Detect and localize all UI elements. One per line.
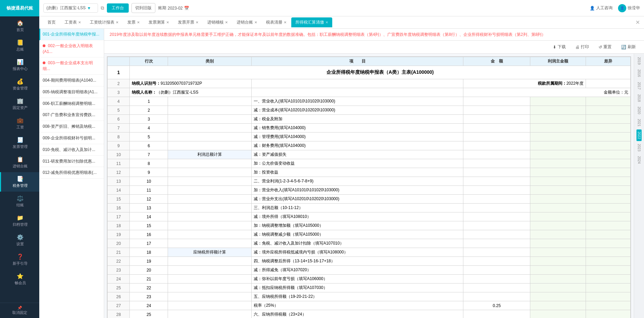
diff-cell[interactable] xyxy=(586,239,631,248)
tab-purchase-ledger-close[interactable]: ✕ xyxy=(254,20,257,24)
amount-cell[interactable] xyxy=(463,239,530,248)
workbench-button[interactable]: 工作台 xyxy=(107,3,129,13)
period-selector[interactable]: 账期 2023-02 📅 xyxy=(158,5,189,11)
item-cell[interactable]: 减：营业外支出(填写A102010\102020\103000) xyxy=(251,195,463,204)
item-cell[interactable]: 减：税金及附加 xyxy=(251,115,463,124)
copy-icon[interactable]: ⧉ xyxy=(101,5,104,11)
item-cell[interactable]: 减：财务费用(填写A104000) xyxy=(251,141,463,150)
year-2023[interactable]: 2023 xyxy=(636,142,642,153)
amount-cell[interactable] xyxy=(463,141,530,150)
item-cell[interactable]: 减：营业成本(填写A102010\102020\103000) xyxy=(251,106,463,115)
diff-cell[interactable] xyxy=(586,212,631,221)
diff-cell[interactable] xyxy=(586,97,631,106)
profit-cell[interactable] xyxy=(530,186,586,195)
profit-cell[interactable] xyxy=(530,284,586,292)
item-cell[interactable]: 减：境外所得（填写A108010） xyxy=(251,212,463,221)
amount-cell[interactable] xyxy=(463,115,530,124)
left-item-006[interactable]: 006-职工薪酬纳税调整明细... xyxy=(39,98,104,110)
item-cell[interactable]: 减：弥补以前年度亏损（填写A106000） xyxy=(251,275,463,284)
year-2020[interactable]: 2020 xyxy=(636,105,642,116)
diff-cell[interactable] xyxy=(586,150,631,159)
amount-cell[interactable] xyxy=(463,186,530,195)
sidebar-item-assets[interactable]: 🏢 固定资产 xyxy=(0,94,39,114)
amount-cell[interactable] xyxy=(463,230,530,239)
left-item-012[interactable]: 012-减免所得税优惠明细表(... xyxy=(39,167,104,179)
diff-cell[interactable] xyxy=(586,177,631,186)
left-item-002[interactable]: 002-一般企业收入明细表(A1... xyxy=(39,40,104,58)
amount-cell[interactable] xyxy=(463,212,530,221)
diff-cell[interactable] xyxy=(586,115,631,124)
diff-cell[interactable] xyxy=(586,248,631,257)
diff-cell[interactable] xyxy=(586,124,631,133)
tab-tax-list[interactable]: 税表清册 ✕ xyxy=(262,17,291,27)
amount-cell[interactable] xyxy=(463,195,530,204)
amount-cell[interactable] xyxy=(463,310,530,318)
diff-cell[interactable] xyxy=(586,230,631,239)
item-cell[interactable]: 减：纳税调整减少额（填写A105000） xyxy=(251,230,463,239)
item-cell[interactable]: 三、利润总额（10-11-12） xyxy=(251,204,463,212)
amount-cell[interactable] xyxy=(463,204,530,212)
profit-cell[interactable] xyxy=(530,124,586,133)
diff-cell[interactable] xyxy=(586,186,631,195)
tab-income-tax-close[interactable]: ✕ xyxy=(325,20,328,24)
amount-cell[interactable]: 0.25 xyxy=(463,301,530,310)
item-cell[interactable]: 六、应纳所得税额（23×24） xyxy=(251,310,463,318)
left-item-005[interactable]: 005-纳税调整项目明细表(A1... xyxy=(39,86,104,98)
year-2024[interactable]: 2024 xyxy=(636,154,642,166)
amount-cell[interactable] xyxy=(463,284,530,292)
item-cell[interactable]: 减：所得减免（填写A107020） xyxy=(251,266,463,275)
year-2021[interactable]: 2021 xyxy=(636,117,642,128)
diff-cell[interactable] xyxy=(586,159,631,168)
year-2016[interactable]: 2016 xyxy=(636,67,642,79)
tab-invoice-calc-close[interactable]: ✕ xyxy=(166,20,169,24)
diff-cell[interactable] xyxy=(586,275,631,284)
download-button[interactable]: ⬇ 下载 xyxy=(550,43,569,51)
tab-payroll-stats-close[interactable]: ✕ xyxy=(116,20,118,24)
profit-cell[interactable] xyxy=(530,115,586,124)
profit-cell[interactable] xyxy=(530,168,586,177)
left-item-010[interactable]: 010-免税、减计收入及加计... xyxy=(39,144,104,156)
pin-button[interactable]: 📌 取消固定 xyxy=(0,303,39,318)
diff-cell[interactable] xyxy=(586,221,631,230)
diff-cell[interactable] xyxy=(586,301,631,310)
sidebar-item-purchase[interactable]: 📋 进销台账 xyxy=(0,153,39,172)
profit-cell[interactable] xyxy=(530,204,586,212)
amount-cell[interactable] xyxy=(463,292,530,301)
diff-cell[interactable] xyxy=(586,292,631,301)
item-cell[interactable]: 减：销售费用(填写A104000) xyxy=(251,124,463,133)
left-item-001[interactable]: 001-企业所得税年度纳税申报... xyxy=(39,29,104,40)
item-cell[interactable]: 二、营业利润(1-2-3-4-5-6-7-8+9) xyxy=(251,177,463,186)
left-item-008[interactable]: 008-资产折旧、摊销及纳税... xyxy=(39,121,104,133)
profit-cell[interactable] xyxy=(530,141,586,150)
sidebar-item-member[interactable]: ⭐ 畅会员 xyxy=(0,269,39,289)
amount-cell[interactable] xyxy=(463,133,530,141)
diff-cell[interactable] xyxy=(586,257,631,266)
item-cell[interactable]: 加：投资收益 xyxy=(251,168,463,177)
tab-tax-list-close[interactable]: ✕ xyxy=(284,20,286,24)
profit-cell[interactable] xyxy=(530,106,586,115)
profit-cell[interactable] xyxy=(530,177,586,186)
profit-cell[interactable] xyxy=(530,257,586,266)
profit-cell[interactable] xyxy=(530,195,586,204)
sidebar-item-ledger[interactable]: 📒 总账 xyxy=(0,36,39,55)
year-2018[interactable]: 2018 xyxy=(636,92,642,104)
company-selector[interactable]: (勿删）江西服宝-LSS ▼ xyxy=(43,3,98,13)
tab-purchase-ledger[interactable]: 进销台账 ✕ xyxy=(233,17,261,27)
profit-cell[interactable] xyxy=(530,301,586,310)
sidebar-item-tax[interactable]: 📑 税务管理 xyxy=(0,172,39,192)
left-item-011[interactable]: 011-研发费用加计扣除优惠... xyxy=(39,156,104,167)
profit-cell[interactable] xyxy=(530,159,586,168)
tab-invoice-open-close[interactable]: ✕ xyxy=(196,20,198,24)
item-cell[interactable]: 加：纳税调整增加额（填写A105000） xyxy=(251,221,463,230)
tab-purchase-check[interactable]: 进销稽核 ✕ xyxy=(203,17,232,27)
amount-cell[interactable] xyxy=(463,248,530,257)
diff-cell[interactable] xyxy=(586,133,631,141)
sidebar-item-invoices[interactable]: 🧾 发票管理 xyxy=(0,133,39,153)
sidebar-item-home[interactable]: 🏠 首页 xyxy=(0,16,39,36)
item-cell[interactable]: 减：境外应税所得税抵减境内亏损（填写A108000） xyxy=(251,248,463,257)
year-2017[interactable]: 2017 xyxy=(636,80,642,92)
refresh-button[interactable]: 🔄 刷新 xyxy=(618,43,639,51)
profit-cell[interactable] xyxy=(530,266,586,275)
print-button[interactable]: 🖨 打印 xyxy=(573,43,592,51)
diff-cell[interactable] xyxy=(586,310,631,318)
